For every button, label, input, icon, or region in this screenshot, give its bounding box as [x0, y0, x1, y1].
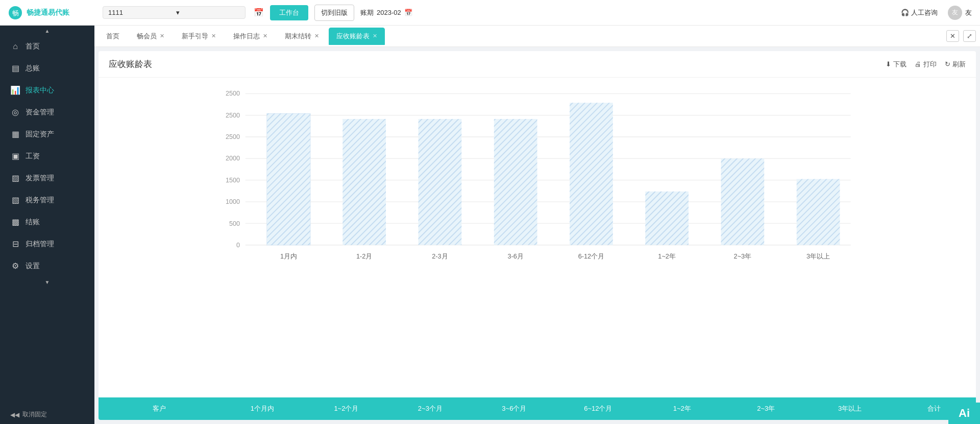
- support-button[interactable]: 🎧 人工咨询: [901, 8, 938, 17]
- sidebar-label-reports: 报表中心: [26, 86, 54, 95]
- sidebar-item-settings[interactable]: ⚙ 设置: [0, 255, 94, 277]
- svg-text:2-3月: 2-3月: [432, 253, 448, 260]
- col-2-3year: 2~3年: [724, 404, 808, 413]
- sidebar-item-archive[interactable]: ⊟ 归档管理: [0, 233, 94, 255]
- svg-text:2~3年: 2~3年: [734, 253, 752, 260]
- app-header: 畅 畅捷通易代账 1111 ▾ 📅 工作台 切到旧版 账期 2023-02 📅 …: [0, 0, 980, 26]
- close-tab-oplog[interactable]: ✕: [263, 33, 267, 39]
- sidebar-item-home[interactable]: ⌂ 首页: [0, 36, 94, 57]
- home-icon: ⌂: [10, 42, 20, 51]
- col-2-3month: 2~3个月: [388, 404, 472, 413]
- col-3-6month: 3~6个月: [472, 404, 556, 413]
- sidebar-item-checkout[interactable]: ▩ 结账: [0, 211, 94, 233]
- svg-text:3年以上: 3年以上: [806, 253, 830, 260]
- invoice-icon: ▨: [10, 173, 20, 183]
- svg-rect-31: [721, 158, 765, 245]
- sidebar-item-ledger[interactable]: ▤ 总账: [0, 57, 94, 79]
- pin-label: 取消固定: [22, 410, 47, 419]
- sidebar-item-reports[interactable]: 📊 报表中心: [0, 79, 94, 101]
- svg-text:2500: 2500: [226, 133, 240, 140]
- sidebar-label-checkout: 结账: [26, 218, 40, 227]
- sidebar-item-invoice[interactable]: ▨ 发票管理: [0, 167, 94, 189]
- sidebar-label-tax: 税务管理: [26, 196, 54, 205]
- refresh-icon: ↻: [945, 60, 950, 68]
- close-all-tabs-button[interactable]: ✕: [946, 30, 959, 42]
- calendar-icon[interactable]: 📅: [254, 8, 264, 17]
- sidebar-item-salary[interactable]: ▣ 工资: [0, 145, 94, 167]
- header-right: 🎧 人工咨询 友 友: [901, 6, 972, 20]
- tab-closing[interactable]: 期末结转 ✕: [277, 28, 327, 45]
- logo-area: 畅 畅捷通易代账: [8, 6, 103, 20]
- close-tab-guide[interactable]: ✕: [211, 33, 216, 39]
- logo-icon: 畅: [8, 6, 22, 20]
- settings-icon: ⚙: [10, 261, 20, 271]
- workbench-button[interactable]: 工作台: [270, 5, 308, 20]
- company-selector[interactable]: 1111 ▾: [103, 6, 246, 19]
- ai-badge[interactable]: Ai: [948, 403, 980, 424]
- print-button[interactable]: 🖨 打印: [915, 60, 937, 69]
- salary-icon: ▣: [10, 151, 20, 161]
- expand-tabs-button[interactable]: ⤢: [963, 30, 976, 42]
- calendar-period-icon[interactable]: 📅: [404, 9, 412, 16]
- chevron-down-icon: ▾: [176, 9, 240, 16]
- sidebar-label-funds: 资金管理: [26, 108, 54, 117]
- avatar: 友: [948, 6, 962, 20]
- switch-version-button[interactable]: 切到旧版: [314, 5, 354, 21]
- sidebar-item-funds[interactable]: ◎ 资金管理: [0, 101, 94, 123]
- tab-vip[interactable]: 畅会员 ✕: [129, 28, 172, 45]
- tab-ar-aging[interactable]: 应收账龄表 ✕: [329, 28, 385, 45]
- checkout-icon: ▩: [10, 217, 20, 227]
- page-title: 应收账龄表: [109, 58, 152, 70]
- close-tab-vip[interactable]: ✕: [160, 33, 164, 39]
- col-6-12month: 6~12个月: [556, 404, 640, 413]
- refresh-button[interactable]: ↻ 刷新: [945, 60, 966, 69]
- logo-text: 畅捷通易代账: [27, 8, 69, 17]
- print-icon: 🖨: [915, 60, 921, 68]
- svg-text:1-2月: 1-2月: [356, 253, 372, 260]
- sidebar-label-settings: 设置: [26, 262, 40, 271]
- sidebar-item-assets[interactable]: ▦ 固定资产: [0, 123, 94, 145]
- svg-text:500: 500: [229, 220, 240, 227]
- svg-rect-21: [342, 119, 386, 245]
- funds-icon: ◎: [10, 107, 20, 117]
- download-icon: ⬇: [886, 60, 891, 68]
- pin-toggle[interactable]: ◀◀ 取消固定: [0, 405, 94, 424]
- svg-rect-25: [494, 119, 537, 245]
- svg-text:2000: 2000: [226, 155, 240, 162]
- svg-text:畅: 畅: [12, 9, 19, 17]
- svg-text:0: 0: [236, 242, 240, 249]
- sidebar-scroll-up[interactable]: ▲: [0, 26, 94, 36]
- close-tab-ar-aging[interactable]: ✕: [373, 33, 377, 39]
- svg-text:3-6月: 3-6月: [507, 253, 523, 260]
- col-1-2year: 1~2年: [640, 404, 724, 413]
- svg-rect-27: [570, 103, 613, 245]
- ledger-icon: ▤: [10, 63, 20, 73]
- tab-guide[interactable]: 新手引导 ✕: [174, 28, 224, 45]
- close-tab-closing[interactable]: ✕: [314, 33, 319, 39]
- col-1month: 1个月内: [220, 404, 304, 413]
- sidebar-label-ledger: 总账: [26, 64, 40, 73]
- tab-oplog[interactable]: 操作日志 ✕: [226, 28, 275, 45]
- svg-rect-33: [797, 179, 840, 245]
- tax-icon: ▧: [10, 195, 20, 205]
- page-header: 应收账龄表 ⬇ 下载 🖨 打印 ↻ 刷新: [99, 51, 976, 78]
- tab-home[interactable]: 首页: [99, 28, 127, 45]
- sidebar-label-home: 首页: [26, 42, 40, 51]
- content-area: 首页 畅会员 ✕ 新手引导 ✕ 操作日志 ✕ 期末结转 ✕ 应收账龄表 ✕: [94, 26, 980, 424]
- assets-icon: ▦: [10, 129, 20, 139]
- page-content: 应收账龄表 ⬇ 下载 🖨 打印 ↻ 刷新: [99, 51, 976, 420]
- col-1-2month: 1~2个月: [304, 404, 388, 413]
- bar-chart: 2500 2500 2500 2000 1500 1000 500 0 1月内: [109, 83, 966, 267]
- svg-text:1500: 1500: [226, 177, 240, 184]
- svg-text:1~2年: 1~2年: [658, 253, 676, 260]
- user-button[interactable]: 友 友: [948, 6, 972, 20]
- sidebar-item-tax[interactable]: ▧ 税务管理: [0, 189, 94, 211]
- download-button[interactable]: ⬇ 下载: [886, 60, 906, 69]
- sidebar-scroll-down[interactable]: ▼: [0, 277, 94, 287]
- period-label: 账期 2023-02 📅: [360, 8, 412, 17]
- col-3yearplus: 3年以上: [808, 404, 892, 413]
- col-customer: 客户: [99, 404, 220, 413]
- pin-icon: ◀◀: [10, 411, 19, 418]
- svg-text:1000: 1000: [226, 198, 240, 205]
- page-actions: ⬇ 下载 🖨 打印 ↻ 刷新: [886, 60, 966, 69]
